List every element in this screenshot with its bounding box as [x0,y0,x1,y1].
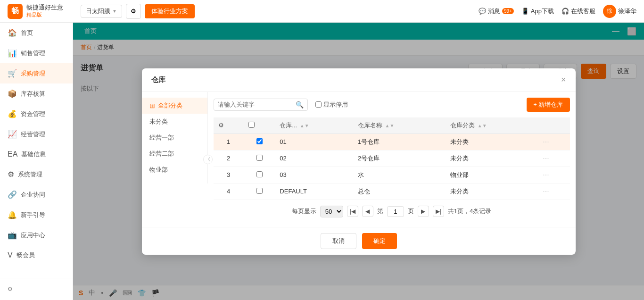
table-row[interactable]: 3 03 水 物业部 ··· [214,167,570,183]
page-label: 页 [408,207,414,216]
sidebar-icon-9: 🔔 [8,210,17,219]
page-last-button[interactable]: ▶| [433,206,444,217]
modal-header: 仓库 × [142,68,576,92]
sidebar-item-7[interactable]: ⚙系统管理 [0,164,73,184]
sidebar-item-2[interactable]: 🛒采购管理 [0,63,73,83]
headset-icon: 🎧 [561,8,569,15]
page-first-button[interactable]: |◀ [347,206,358,217]
show-disabled-checkbox[interactable] [315,101,322,108]
row-code-1: 02 [275,150,353,167]
sidebar-item-3[interactable]: 📦库存核算 [0,83,73,104]
show-disabled-label[interactable]: 显示停用 [315,100,348,109]
sidebar-item-11[interactable]: V畅会员 [0,245,73,265]
table-header: ⚙ 仓库... ▲▼ 仓库名称 ▲▼ 仓库分类 ▲▼ [214,117,570,134]
sidebar-label-5: 经营管理 [21,130,45,139]
company-selector[interactable]: 日太阳膜 ▼ [81,5,122,18]
mobile-icon: 📱 [521,8,529,15]
user-name: 徐泽华 [618,7,636,16]
modal-warehouse: 仓库 × ⊞全部分类未分类经营一部经营二部物业部 《 [142,68,576,255]
sidebar-item-5[interactable]: 📈经营管理 [0,124,73,144]
row-checkbox-2[interactable] [244,167,275,183]
table-row[interactable]: 1 01 1号仓库 未分类 ··· [214,133,570,150]
sidebar-icon-7: ⚙ [8,170,14,179]
sidebar-item-1[interactable]: 📊销售管理 [0,43,73,63]
table-col-actions [538,117,570,134]
page-di-label: 第 [377,207,383,216]
app-download-button[interactable]: 📱 App下载 [521,7,554,16]
sidebar: 🏠首页📊销售管理🛒采购管理📦库存核算💰资金管理📈经营管理EA基础信息⚙系统管理🔗… [0,23,73,300]
search-input[interactable] [218,101,294,108]
row-num-3: 4 [214,183,244,200]
modal-cat-item-3[interactable]: 经营二部 [142,146,207,162]
sidebar-item-0[interactable]: 🏠首页 [0,23,73,43]
sidebar-nav: 🏠首页📊销售管理🛒采购管理📦库存核算💰资金管理📈经营管理EA基础信息⚙系统管理🔗… [0,23,73,265]
sidebar-icon-8: 🔗 [8,190,17,199]
page-prev-button[interactable]: ◀ [362,206,373,217]
total-info: 共1页，4条记录 [448,207,491,216]
confirm-button[interactable]: 确定 [362,233,397,249]
modal-overlay: 仓库 × ⊞全部分类未分类经营一部经营二部物业部 《 [73,23,644,300]
modal-close-button[interactable]: × [561,75,566,85]
row-actions-1[interactable]: ··· [538,150,570,167]
cat-icon-0: ⊞ [149,102,155,109]
row-checkbox-1[interactable] [244,150,275,167]
row-checkbox-0[interactable] [244,133,275,150]
row-actions-2[interactable]: ··· [538,167,570,183]
user-menu[interactable]: 徐 徐泽华 [603,5,636,18]
table-row[interactable]: 4 DEFAULT 总仓 未分类 ··· [214,183,570,200]
app-sub: 精品版 [26,11,63,18]
sidebar-label-10: 应用中心 [21,231,45,240]
search-box: 🔍 [214,99,308,111]
table-row[interactable]: 2 02 2号仓库 未分类 ··· [214,150,570,167]
table-col-name: 仓库名称 ▲▼ [353,117,446,134]
modal-title: 仓库 [151,75,165,84]
row-actions-3[interactable]: ··· [538,183,570,200]
cancel-button[interactable]: 取消 [321,233,356,249]
sidebar-item-9[interactable]: 🔔新手引导 [0,205,73,225]
sidebar-label-0: 首页 [21,29,33,37]
page-size-select[interactable]: 50 [320,206,343,217]
app-name: 畅捷通好生意 [26,4,63,12]
sidebar-icon-11: V [8,251,13,259]
sidebar-settings[interactable]: ⚙ [0,282,73,296]
header-middle: 日太阳膜 ▼ ⚙ 体验行业方案 [81,4,479,19]
modal-cat-item-0[interactable]: ⊞全部分类 [142,98,207,114]
modal-toolbar: 🔍 显示停用 + 新增仓库 [214,98,570,112]
page-number-input[interactable] [387,206,404,217]
select-all-checkbox[interactable] [248,122,255,128]
row-code-2: 03 [275,167,353,183]
modal-cat-item-4[interactable]: 物业部 [142,162,207,178]
row-checkbox-3[interactable] [244,183,275,200]
collapse-sidebar-button[interactable]: 《 [203,155,213,164]
row-category-0: 未分类 [446,133,538,150]
row-name-1: 2号仓库 [353,150,446,167]
page-next-button[interactable]: ▶ [418,206,429,217]
modal-cat-item-1[interactable]: 未分类 [142,114,207,130]
sidebar-icon-6: EA [8,150,17,158]
sidebar-item-10[interactable]: 📺应用中心 [0,225,73,245]
row-code-3: DEFAULT [275,183,353,200]
message-icon: 💬 [479,8,486,15]
header-right: 💬 消息 99+ 📱 App下载 🎧 在线客服 徐 徐泽华 [479,5,636,18]
app-download-label: App下载 [531,7,554,16]
messages-button[interactable]: 💬 消息 99+ [479,7,514,16]
online-service-button[interactable]: 🎧 在线客服 [561,7,595,16]
sidebar-item-4[interactable]: 💰资金管理 [0,104,73,124]
sidebar-item-8[interactable]: 🔗企业协同 [0,184,73,205]
sidebar-label-8: 企业协同 [21,191,45,199]
row-category-2: 物业部 [446,167,538,183]
row-actions-0[interactable]: ··· [538,133,570,150]
content-area: 首页 — ⬜ 首页 / 进货单 进货单 🖨 打印 ⬇ 导出 [73,23,644,300]
trial-button[interactable]: 体验行业方案 [145,4,195,18]
table-col-code: 仓库... ▲▼ [275,117,353,134]
modal-body: ⊞全部分类未分类经营一部经营二部物业部 《 🔍 [142,92,576,227]
add-warehouse-button[interactable]: + 新增仓库 [527,98,570,112]
modal-cat-item-2[interactable]: 经营一部 [142,130,207,146]
gear-icon: ⚙ [131,8,136,15]
row-name-3: 总仓 [353,183,446,200]
gear-button[interactable]: ⚙ [126,4,141,19]
sidebar-label-1: 销售管理 [21,49,45,58]
modal-sidebar-nav: ⊞全部分类未分类经营一部经营二部物业部 [142,98,207,178]
sidebar-item-6[interactable]: EA基础信息 [0,144,73,164]
sort-icon-code: ▲▼ [300,123,309,128]
